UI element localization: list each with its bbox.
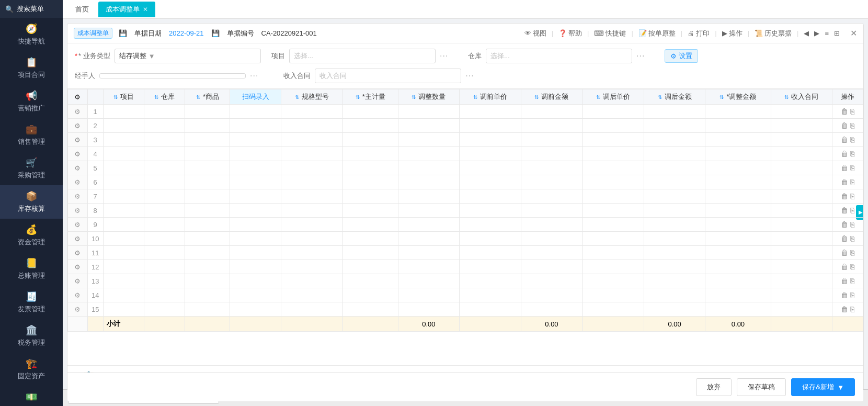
cell-row11-adj-qty[interactable]: [398, 246, 460, 260]
doc-action-operate[interactable]: ▶操作: [722, 29, 743, 38]
sidebar-item-sales-promo[interactable]: 📢营销推广: [0, 85, 63, 118]
cell-row15-adj-amount[interactable]: [705, 302, 771, 317]
cell-row7-pre-amount[interactable]: [521, 189, 583, 204]
cell-row1-pre-amount[interactable]: [521, 105, 583, 119]
cell-row6-product[interactable]: [185, 175, 230, 189]
cell-row10-adj-qty[interactable]: [398, 232, 460, 246]
cell-row4-product[interactable]: [185, 147, 230, 161]
cell-row2-product[interactable]: [185, 119, 230, 133]
cell-row6-pre-amount[interactable]: [521, 175, 583, 189]
cell-row15-income-contract[interactable]: [771, 302, 832, 317]
cell-row12-main-qty[interactable]: [342, 260, 398, 274]
cell-row15-main-qty[interactable]: [342, 302, 398, 317]
cell-row12-adj-amount[interactable]: [705, 260, 771, 274]
cell-row4-post-amount[interactable]: [644, 147, 705, 161]
cell-row2-pre-amount[interactable]: [521, 119, 583, 133]
delete-row-icon[interactable]: 🗑: [841, 192, 848, 200]
cell-row4-spec-type[interactable]: [281, 147, 343, 161]
cell-row9-scan-input[interactable]: [230, 218, 281, 232]
save-new-button[interactable]: 保存&新增 ▼: [791, 378, 855, 396]
cell-row6-warehouse[interactable]: [144, 175, 185, 189]
cell-row6-adj-qty[interactable]: [398, 175, 460, 189]
cell-row11-warehouse[interactable]: [144, 246, 185, 260]
cell-row12-spec-type[interactable]: [281, 260, 343, 274]
delete-row-icon[interactable]: 🗑: [841, 136, 848, 144]
cell-row14-product[interactable]: [185, 288, 230, 302]
cell-row10-income-contract[interactable]: [771, 232, 832, 246]
cell-row6-adj-amount[interactable]: [705, 175, 771, 189]
cell-row5-income-contract[interactable]: [771, 161, 832, 175]
cell-row9-warehouse[interactable]: [144, 218, 185, 232]
settings-col-icon[interactable]: ⚙: [74, 93, 81, 101]
copy-row-icon[interactable]: ⎘: [850, 107, 854, 116]
cell-row12-product[interactable]: [185, 260, 230, 274]
cell-row9-project[interactable]: [103, 218, 144, 232]
cell-row8-adj-qty[interactable]: [398, 204, 460, 218]
cell-row15-pre-unit-price[interactable]: [460, 302, 521, 317]
cell-row6-main-qty[interactable]: [342, 175, 398, 189]
cell-row7-main-qty[interactable]: [342, 189, 398, 204]
cell-row12-project[interactable]: [103, 260, 144, 274]
cell-row14-post-unit-price[interactable]: [583, 288, 644, 302]
cell-row15-pre-amount[interactable]: [521, 302, 583, 317]
cell-row6-post-unit-price[interactable]: [583, 175, 644, 189]
cell-row1-adj-qty[interactable]: [398, 105, 460, 119]
cell-row7-income-contract[interactable]: [771, 189, 832, 204]
delete-row-icon[interactable]: 🗑: [841, 220, 848, 229]
cell-row14-scan-input[interactable]: [230, 288, 281, 302]
cell-row12-adj-qty[interactable]: [398, 260, 460, 274]
cell-row13-adj-amount[interactable]: [705, 274, 771, 288]
cell-row1-product[interactable]: [185, 105, 230, 119]
cell-row3-project[interactable]: [103, 133, 144, 147]
delete-row-icon[interactable]: 🗑: [841, 206, 848, 215]
cell-row13-project[interactable]: [103, 274, 144, 288]
cell-row11-project[interactable]: [103, 246, 144, 260]
nav-prev-icon[interactable]: ◀: [804, 29, 809, 37]
delete-row-icon[interactable]: 🗑: [841, 107, 848, 116]
cell-row15-warehouse[interactable]: [144, 302, 185, 317]
cell-row2-adj-qty[interactable]: [398, 119, 460, 133]
cell-row6-pre-unit-price[interactable]: [460, 175, 521, 189]
cell-row15-post-unit-price[interactable]: [583, 302, 644, 317]
row-gear-icon[interactable]: ⚙: [74, 306, 81, 313]
cell-row3-post-unit-price[interactable]: [583, 133, 644, 147]
cell-row14-main-qty[interactable]: [342, 288, 398, 302]
cell-row5-scan-input[interactable]: [230, 161, 281, 175]
cell-row2-adj-amount[interactable]: [705, 119, 771, 133]
cell-row7-post-unit-price[interactable]: [583, 189, 644, 204]
cell-row13-pre-unit-price[interactable]: [460, 274, 521, 288]
cell-row11-income-contract[interactable]: [771, 246, 832, 260]
cell-row11-pre-amount[interactable]: [521, 246, 583, 260]
cell-row1-post-unit-price[interactable]: [583, 105, 644, 119]
cell-row9-spec-type[interactable]: [281, 218, 343, 232]
cell-row5-adj-qty[interactable]: [398, 161, 460, 175]
delete-row-icon[interactable]: 🗑: [841, 234, 848, 243]
cell-row15-project[interactable]: [103, 302, 144, 317]
cell-row5-product[interactable]: [185, 161, 230, 175]
cell-row5-pre-amount[interactable]: [521, 161, 583, 175]
cell-row9-income-contract[interactable]: [771, 218, 832, 232]
cell-row3-pre-amount[interactable]: [521, 133, 583, 147]
cell-row3-income-contract[interactable]: [771, 133, 832, 147]
cell-row4-project[interactable]: [103, 147, 144, 161]
cell-row14-adj-amount[interactable]: [705, 288, 771, 302]
cell-row7-pre-unit-price[interactable]: [460, 189, 521, 204]
project-input[interactable]: 选择...: [289, 49, 436, 63]
sidebar-search[interactable]: 🔍 搜索菜单: [0, 0, 63, 18]
copy-row-icon[interactable]: ⎘: [850, 192, 854, 200]
cell-row8-pre-unit-price[interactable]: [460, 204, 521, 218]
cell-row7-post-amount[interactable]: [644, 189, 705, 204]
view-toggle2-icon[interactable]: ⊞: [834, 29, 840, 37]
cell-row5-adj-amount[interactable]: [705, 161, 771, 175]
delete-row-icon[interactable]: 🗑: [841, 305, 848, 313]
row-gear-icon[interactable]: ⚙: [74, 235, 81, 243]
cell-row13-income-contract[interactable]: [771, 274, 832, 288]
cell-row6-income-contract[interactable]: [771, 175, 832, 189]
doc-action-view[interactable]: 👁视图: [524, 29, 546, 38]
sidebar-item-ledger-mgmt[interactable]: 📒总账管理: [0, 252, 63, 286]
cell-row7-product[interactable]: [185, 189, 230, 204]
cell-row3-main-qty[interactable]: [342, 133, 398, 147]
sidebar-item-quick-nav[interactable]: 🧭快捷导航: [0, 18, 63, 51]
cell-row1-project[interactable]: [103, 105, 144, 119]
cell-row1-adj-amount[interactable]: [705, 105, 771, 119]
